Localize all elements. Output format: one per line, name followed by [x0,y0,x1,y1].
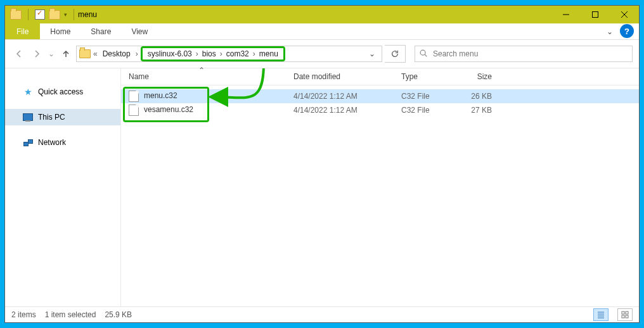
title-bar: ▾ menu [5,6,639,23]
file-tab[interactable]: File [5,23,40,39]
view-large-icons-button[interactable] [617,308,633,321]
breadcrumb-desktop[interactable]: Desktop [100,49,133,58]
address-dropdown-icon[interactable]: ⌄ [365,49,379,58]
file-date: 4/14/2022 1:12 AM [286,106,394,115]
column-header-size[interactable]: Size [454,72,498,81]
search-placeholder: Search menu [433,49,478,58]
tab-home[interactable]: Home [40,23,80,39]
up-button[interactable] [58,46,74,61]
svg-rect-1 [593,12,598,18]
tab-view[interactable]: View [121,23,158,39]
help-icon[interactable]: ? [620,24,634,38]
file-type: C32 File [394,106,454,115]
sidebar-item-network[interactable]: Network [5,134,120,151]
sidebar-item-label: Quick access [38,87,83,96]
new-folder-icon[interactable] [49,10,60,20]
close-button[interactable] [610,6,639,23]
svg-rect-13 [626,315,628,318]
file-type: C32 File [394,92,454,101]
file-icon [129,104,139,116]
sort-indicator-icon: ⌃ [198,66,205,75]
window-controls [551,6,639,23]
quick-access-toolbar: ▾ [5,9,77,20]
nav-row: ⌄ « Desktop › syslinux-6.03 › bios › com… [5,40,639,68]
file-row[interactable]: menu.c32 4/14/2022 1:12 AM C32 File 26 K… [121,89,639,103]
separator [74,9,74,20]
network-icon [23,137,33,148]
sidebar-item-quick-access[interactable]: ★ Quick access [5,84,120,100]
back-button[interactable] [11,46,27,61]
file-row[interactable]: vesamenu.c32 4/14/2022 1:12 AM C32 File … [121,103,639,117]
svg-rect-12 [622,315,624,318]
annotation-breadcrumb-highlight: syslinux-6.03 › bios › com32 › menu [141,46,285,61]
file-name: vesamenu.c32 [144,105,193,114]
ribbon: File Home Share View ⌄ ? [5,23,639,40]
folder-icon [79,49,91,58]
view-details-button[interactable] [593,308,609,321]
file-size: 26 KB [454,92,498,101]
file-size: 27 KB [454,106,498,115]
breadcrumb-item[interactable]: menu [257,49,281,58]
navigation-pane: ★ Quick access This PC Network [5,68,121,306]
sidebar-item-label: Network [38,138,66,147]
file-icon [129,91,139,102]
monitor-icon [23,112,33,122]
star-icon: ★ [23,87,33,97]
file-list-area: ⌃ Name Date modified Type Size menu.c32 … [121,68,639,306]
properties-icon[interactable] [35,9,45,20]
svg-rect-11 [626,312,628,314]
svg-line-5 [425,54,427,56]
window-title-text: menu [78,10,97,19]
svg-point-4 [420,50,425,55]
chevron-right-icon[interactable]: › [134,49,139,58]
window-title: menu [78,10,97,19]
breadcrumb-item[interactable]: syslinux-6.03 [145,49,195,58]
sidebar-item-label: This PC [38,113,65,122]
sidebar-item-this-pc[interactable]: This PC [5,109,120,125]
folder-icon[interactable] [10,10,22,20]
svg-rect-10 [622,312,624,314]
search-box[interactable]: Search menu [415,46,633,62]
tab-share[interactable]: Share [80,23,121,39]
forward-button[interactable] [29,46,44,61]
overflow-chevron-icon[interactable]: « [92,49,99,58]
file-date: 4/14/2022 1:12 AM [286,92,394,101]
column-header-type[interactable]: Type [394,72,454,81]
chevron-right-icon[interactable]: › [195,49,200,58]
status-selection-size: 25.9 KB [105,310,132,319]
explorer-window: ▾ menu File Home Share View ⌄ ? ⌄ [4,5,640,323]
column-header-date[interactable]: Date modified [286,72,394,81]
search-icon [419,49,428,60]
file-rows: menu.c32 4/14/2022 1:12 AM C32 File 26 K… [121,85,639,117]
chevron-right-icon[interactable]: › [252,49,257,58]
status-item-count: 2 items [11,310,36,319]
qat-customize-icon[interactable]: ▾ [64,11,67,18]
body: ★ Quick access This PC Network ⌃ Name Da… [5,68,639,306]
refresh-button[interactable] [385,45,406,63]
status-bar: 2 items 1 item selected 25.9 KB [5,306,639,322]
recent-locations-button[interactable]: ⌄ [47,46,56,61]
minimize-button[interactable] [551,6,581,23]
ribbon-expand-icon[interactable]: ⌄ [602,23,617,39]
file-name: menu.c32 [144,91,177,100]
separator [28,9,29,20]
breadcrumb-item[interactable]: com32 [224,49,252,58]
chevron-right-icon[interactable]: › [219,49,224,58]
status-selection-count: 1 item selected [45,310,96,319]
breadcrumb-item[interactable]: bios [200,49,219,58]
column-headers: ⌃ Name Date modified Type Size [121,68,639,85]
maximize-button[interactable] [581,6,610,23]
address-bar[interactable]: « Desktop › syslinux-6.03 › bios › com32… [76,46,382,62]
